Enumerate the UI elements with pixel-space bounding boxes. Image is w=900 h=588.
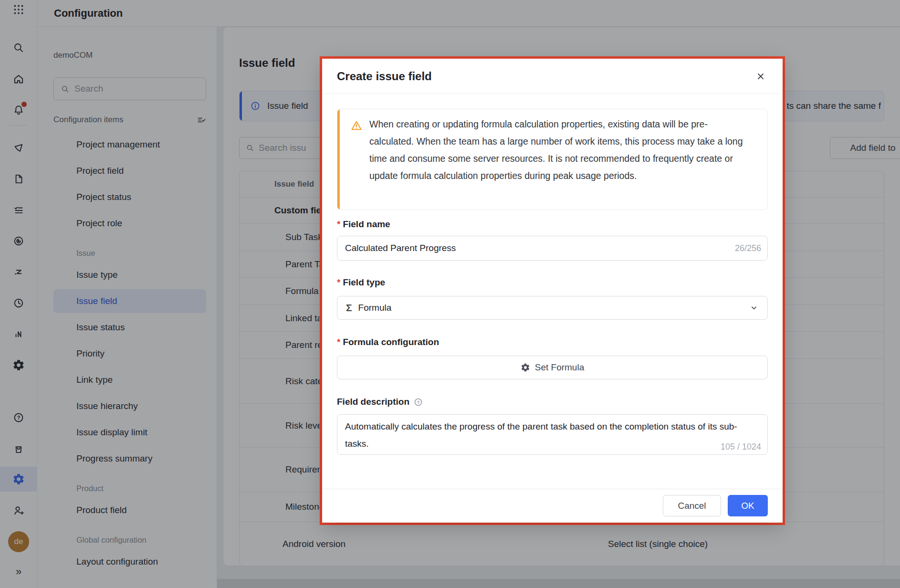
field-description-textarea[interactable]: Automatically calculates the progress of… xyxy=(337,414,768,455)
field-description-label: Field description ? xyxy=(337,396,768,408)
field-type-label: Field type xyxy=(337,277,768,288)
field-type-value: Formula xyxy=(358,303,392,313)
create-issue-field-modal: Create issue field When creating or upda… xyxy=(322,59,783,523)
app-window: ?de» Configuration demoCOM Configuration… xyxy=(0,0,900,588)
close-icon[interactable] xyxy=(753,69,768,84)
field-name-input-wrap: 26/256 xyxy=(337,236,768,261)
field-name-input[interactable] xyxy=(337,236,768,261)
field-description-counter: 105 / 1024 xyxy=(721,442,761,452)
ok-button[interactable]: OK xyxy=(728,495,768,516)
cancel-button[interactable]: Cancel xyxy=(663,495,721,516)
field-name-label: Field name xyxy=(337,219,768,230)
set-formula-button[interactable]: Set Formula xyxy=(337,356,768,379)
set-formula-label: Set Formula xyxy=(535,362,584,373)
warning-triangle-icon xyxy=(350,119,363,132)
warning-accent-bar xyxy=(337,109,340,210)
warning-alert: When creating or updating formula calcul… xyxy=(337,109,768,210)
modal-body: When creating or updating formula calcul… xyxy=(322,94,783,489)
modal-header: Create issue field xyxy=(322,59,783,94)
field-type-select[interactable]: Σ Formula xyxy=(337,296,768,320)
field-name-counter: 26/256 xyxy=(735,243,761,253)
modal-footer: Cancel OK xyxy=(322,489,783,523)
svg-text:?: ? xyxy=(417,399,420,405)
help-circle-icon[interactable]: ? xyxy=(413,397,423,407)
warning-text: When creating or updating formula calcul… xyxy=(369,109,757,210)
formula-configuration-label: Formula configuration xyxy=(337,336,768,348)
modal-title: Create issue field xyxy=(337,70,432,83)
field-description-wrap: Automatically calculates the progress of… xyxy=(337,414,768,457)
gear-icon xyxy=(521,363,530,372)
chevron-down-icon xyxy=(749,303,759,313)
annotation-highlight-box: Create issue field When creating or upda… xyxy=(320,56,785,525)
sigma-icon: Σ xyxy=(346,302,352,314)
